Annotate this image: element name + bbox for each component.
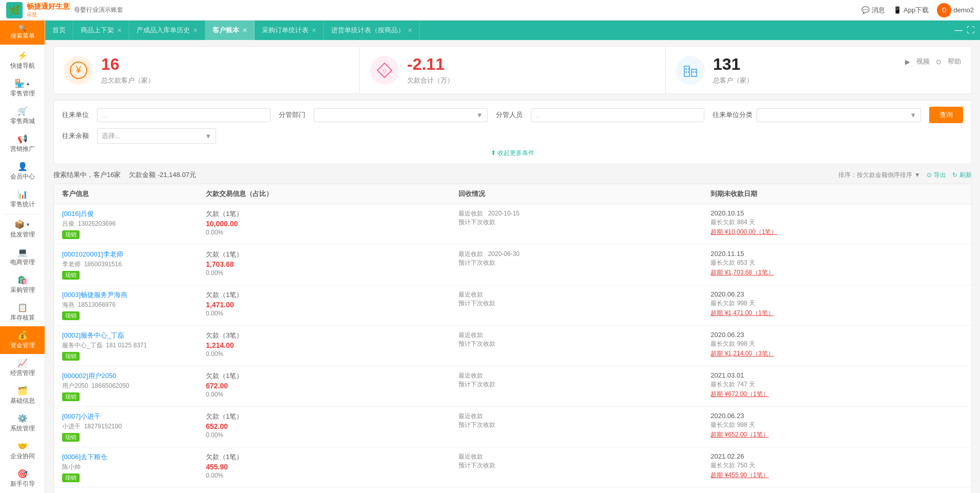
table-row: [000001]黄思源 黄思源 13552700226 现销 欠款（1笔） 42… [54, 488, 971, 493]
customer-name-1[interactable]: [0001020001]李老师 [62, 250, 206, 259]
tab-bar-maximize-icon[interactable]: ⛶ [967, 26, 975, 35]
table-row: [0006]去下粮仓 陈小帅 现销 欠款（1笔） 455.90 0.00% 最近… [54, 447, 971, 488]
message-btn[interactable]: 💬 消息 [861, 6, 885, 15]
tab-bar-minimize-icon[interactable]: — [954, 26, 963, 35]
customer-name-3[interactable]: [0002]服务中心_丁磊 [62, 331, 206, 340]
sidebar-section: ⚡ 快捷导航 🏪 ▲ 零售管理 🛒 零售商城 📢 营销推广 👤 会员中心 [0, 45, 45, 493]
debt-percent-1: 0.00% [206, 269, 458, 277]
overdue-link-4[interactable]: 超期 ¥672.00（1笔） [710, 390, 963, 399]
recovery-cell-4: 最近收款 预计下次收款 [458, 371, 711, 389]
tab-home[interactable]: 首页 [45, 21, 73, 40]
sidebar-item-inventory[interactable]: 📋 库存核算 [0, 299, 45, 326]
summary-number-2: -2.11 [407, 55, 454, 74]
sidebar-item-member[interactable]: 👤 会员中心 [0, 157, 45, 185]
customer-phone-0: 吕俊 13026203696 [62, 220, 206, 228]
sidebar-item-label-biz: 经营管理 [10, 369, 35, 378]
tab-product-history-close[interactable]: ✕ [193, 27, 198, 34]
sort-label: 排序：按欠款金额倒序排序 [838, 171, 912, 180]
overdue-date-6: 2021.02.26 [710, 452, 963, 460]
video-label: 视频 [916, 57, 930, 66]
balance-input[interactable]: 选择... ▼ [97, 128, 216, 144]
table-row: [0016]吕俊 吕俊 13026203696 现销 欠款（1笔） 10,000… [54, 204, 971, 245]
basic-icon: 🗂️ [17, 386, 28, 396]
tab-home-label: 首页 [52, 26, 66, 35]
customer-name-5[interactable]: [0007]小进干 [62, 412, 206, 421]
category-chevron-icon: ▼ [910, 111, 916, 119]
tab-product-history-label: 产成品入库单历史 [137, 26, 190, 35]
app-download-btn[interactable]: 📱 App下载 [893, 6, 929, 15]
refresh-btn[interactable]: ↻ 刷新 [952, 171, 972, 180]
tab-product-history[interactable]: 产成品入库单历史 ✕ [129, 21, 205, 40]
collapse-row[interactable]: ⬆ 收起更多条件 [62, 149, 963, 157]
sidebar-item-retail-mgmt[interactable]: 🏪 ▲ 零售管理 [0, 74, 45, 102]
overdue-link-2[interactable]: 超期 ¥1,471.00（1笔） [710, 309, 963, 318]
overdue-cell-6: 2021.02.26 最长欠款 750 天 超期 ¥455.90（1笔） [710, 452, 963, 480]
overdue-link-5[interactable]: 超期 ¥652.00（1笔） [710, 430, 963, 439]
debt-cell-2: 欠款（1笔） 1,471.00 0.00% [206, 290, 458, 317]
recovery-cell-5: 最近收款 预计下次收款 [458, 412, 711, 429]
sidebar-item-biz[interactable]: 📈 经营管理 [0, 354, 45, 382]
sidebar-item-label-retail-mgmt: 零售管理 [10, 89, 35, 98]
dept-input[interactable]: ▼ [314, 108, 487, 122]
sidebar-item-quick-nav[interactable]: ⚡ 快捷导航 [0, 47, 45, 74]
user-avatar-btn[interactable]: D demo2 [937, 3, 974, 17]
help-label: 帮助 [948, 57, 961, 66]
tab-purchase-stat[interactable]: 进货单统计表（按商品） ✕ [324, 21, 420, 40]
overdue-link-1[interactable]: 超期 ¥1,703.68（1笔） [710, 268, 963, 277]
logo-text-area: 畅捷通好生意 示范 [27, 2, 70, 18]
debt-percent-2: 0.00% [206, 310, 458, 317]
sidebar-item-marketing[interactable]: 📢 营销推广 [0, 130, 45, 157]
sidebar-item-label-marketing: 营销推广 [10, 145, 35, 153]
last-payment-5: 最近收款 [458, 412, 711, 421]
tab-purchase-order-close[interactable]: ✕ [312, 27, 316, 34]
logo-text: 畅捷通好生意 [27, 2, 70, 11]
page-content: ¥ 16 总欠款客户（家） ◇ [45, 40, 980, 493]
overdue-days-0: 最长欠款 884 天 [710, 218, 963, 227]
sort-dropdown[interactable]: 排序：按欠款金额倒序排序 ▼ [838, 171, 920, 180]
sidebar-item-label-quick-nav: 快捷导航 [10, 62, 35, 70]
sidebar-item-label-finance: 资金管理 [10, 341, 35, 350]
table-row: [0003]畅捷服务尹海燕 海燕 18513066976 现销 欠款（1笔） 1… [54, 285, 971, 326]
sidebar-item-retail-mall[interactable]: 🛒 零售商城 [0, 102, 45, 130]
from-unit-input[interactable]: ... [97, 108, 271, 122]
sidebar-item-purchase[interactable]: 🛍️ 采购管理 [0, 271, 45, 299]
sidebar-item-enterprise[interactable]: 🤝 企业协同 [0, 437, 45, 465]
tab-customer-account-close[interactable]: ✕ [242, 27, 247, 34]
customer-name-6[interactable]: [0006]去下粮仓 [62, 452, 206, 462]
customer-name-4[interactable]: [000002]用户2050 [62, 371, 206, 381]
person-input[interactable]: ... [531, 108, 704, 122]
summary-card-1: ¥ 16 总欠款客户（家） [54, 47, 360, 93]
customer-name-2[interactable]: [0003]畅捷服务尹海燕 [62, 290, 206, 300]
query-button[interactable]: 查询 [929, 107, 963, 123]
filter-row-2: 往来余额 选择... ▼ [62, 128, 963, 144]
tab-purchase-stat-close[interactable]: ✕ [408, 27, 412, 34]
debt-amount-5: 652.00 [206, 422, 458, 430]
overdue-link-0[interactable]: 超期 ¥10,000.00（1笔） [710, 228, 963, 236]
sidebar-item-finance[interactable]: 💰 资金管理 [0, 326, 45, 354]
sidebar-item-retail-stat[interactable]: 📊 零售统计 [0, 185, 45, 213]
tab-customer-account[interactable]: 客户账本 ✕ [205, 21, 255, 40]
help-icon[interactable]: ⊙ [936, 58, 941, 66]
export-btn[interactable]: ⊙ 导出 [927, 171, 946, 180]
tab-product-off[interactable]: 商品上下架 ✕ [73, 21, 129, 40]
sidebar-item-sys[interactable]: ⚙️ 系统管理 [0, 409, 45, 437]
tab-product-off-close[interactable]: ✕ [117, 27, 122, 34]
sidebar-search[interactable]: 🔍 搜索菜单 [0, 21, 45, 45]
filter-from-unit: 往来单位 ... [62, 108, 271, 122]
sidebar-item-batch-mgmt[interactable]: 📦 ▼ 批发管理 [0, 215, 45, 243]
search-icon: 🔍 [18, 25, 26, 32]
sidebar-item-basic[interactable]: 🗂️ 基础信息 [0, 382, 45, 409]
collapse-icon: ⬆ [491, 149, 496, 156]
diamond-icon: ◇ [375, 61, 394, 80]
app-download-icon: 📱 [893, 6, 901, 14]
customer-name-0[interactable]: [0016]吕俊 [62, 209, 206, 219]
logo-subtitle: 示范 [27, 11, 70, 18]
sidebar-item-newbie[interactable]: 🎯 新手引导 [0, 465, 45, 492]
category-input[interactable]: ▼ [757, 108, 921, 122]
overdue-link-6[interactable]: 超期 ¥455.90（1笔） [710, 471, 963, 480]
overdue-date-2: 2020.06.23 [710, 290, 963, 298]
video-icon[interactable]: ▶ [905, 58, 910, 66]
overdue-link-3[interactable]: 超期 ¥1,214.00（3笔） [710, 349, 963, 358]
sidebar-item-ecom[interactable]: 💻 电商管理 [0, 243, 45, 271]
tab-purchase-order[interactable]: 采购订单统计表 ✕ [255, 21, 324, 40]
